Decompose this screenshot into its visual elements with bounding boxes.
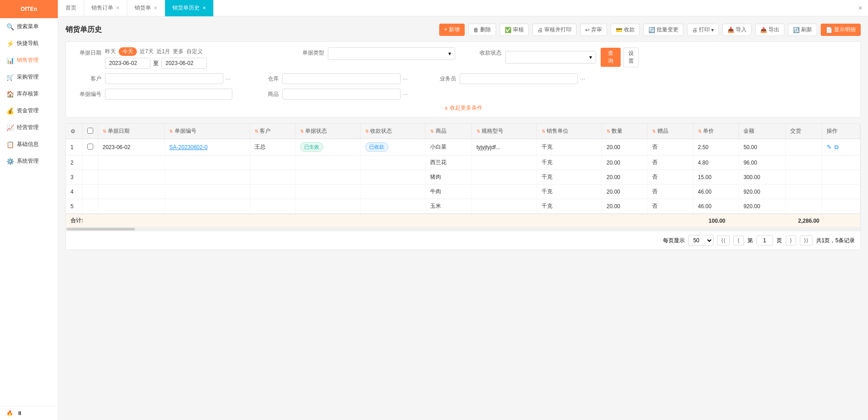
copy-icon[interactable]: ⧉ [834,144,838,151]
next-page-button[interactable]: ⟩ [786,235,796,245]
audit-print-button[interactable]: 🖨 审核并打印 [532,24,577,36]
row-checkbox-input[interactable] [87,144,93,150]
col-spec[interactable]: ⇅ 规格型号 [472,124,537,139]
doc-type-select[interactable]: ▾ [328,47,455,60]
salesperson-ellipsis[interactable]: ··· [578,75,587,82]
show-detail-button[interactable]: 📄 显示明细 [821,24,861,36]
sidebar-item-search-menu[interactable]: 🔍 搜索菜单 [0,18,58,35]
row-action [822,199,860,214]
edit-icon[interactable]: ✎ [827,144,832,151]
col-sales-unit[interactable]: ⇅ 销售单位 [537,124,602,139]
tab-close-icon[interactable]: ✕ [154,5,157,10]
row-payment-status [361,155,426,170]
sidebar-item-finance-mgmt[interactable]: 💰 资金管理 [0,102,58,119]
col-checkbox [82,124,98,139]
row-action [822,185,860,199]
col-doc-status[interactable]: ⇅ 单据状态 [295,124,360,139]
salesperson-input[interactable] [460,73,578,84]
sales-icon: 📊 [6,57,14,64]
last-page-button[interactable]: ⟩⟩ [800,235,813,245]
sidebar-item-system-mgmt[interactable]: ⚙️ 系统管理 [0,153,58,170]
export-button[interactable]: 📤 导出 [755,24,784,36]
doc-no-input[interactable] [105,89,232,100]
shortcut-7days[interactable]: 近7天 [140,48,154,55]
tab-home[interactable]: 首页 [58,0,84,16]
warehouse-input[interactable] [282,73,401,84]
col-qty[interactable]: ⇅ 数量 [602,124,647,139]
row-amount: 50.00 [739,139,786,155]
sidebar-item-quick-nav[interactable]: ⚡ 快捷导航 [0,35,58,52]
warehouse-ellipsis[interactable]: ··· [401,75,410,82]
print-button[interactable]: 🖨 打印 ▾ [687,24,719,36]
row-doc-no [165,199,250,214]
customer-ellipsis[interactable]: ··· [223,75,232,82]
select-all-checkbox[interactable] [87,128,93,134]
import-button[interactable]: 📥 导入 [722,24,752,36]
per-page-select[interactable]: 50 100 200 [688,235,713,246]
shortcut-today[interactable]: 今天 [119,47,137,56]
col-doc-date[interactable]: ⇅ 单据日期 [98,124,165,139]
shortcut-custom[interactable]: 自定义 [186,48,203,55]
row-unit-price: 15.00 [693,170,738,185]
customer-input[interactable] [105,73,223,84]
doc-no-control [105,89,232,100]
row-checkbox [82,170,98,185]
doc-no-link[interactable]: SA-20230602-0 [169,144,207,150]
pause-icon[interactable]: ⏸ [17,410,22,416]
col-unit-price[interactable]: ⇅ 单价 [693,124,738,139]
sidebar-item-operation-mgmt[interactable]: 📈 经营管理 [0,119,58,136]
col-doc-no[interactable]: ⇅ 单据编号 [165,124,250,139]
batch-change-button[interactable]: 🔄 批量变更 [643,24,683,36]
col-goods[interactable]: ⇅ 商品 [426,124,472,139]
abandon-button[interactable]: ↩ 弃审 [580,24,607,36]
tab-sales-history[interactable]: 销货单历史 ✕ [165,0,214,16]
table-row: 3 猪肉 千克 20.00 否 15.00 300.00 [66,170,860,185]
tab-sales-order[interactable]: 销售订单 ✕ [84,0,127,16]
sidebar-item-label: 基础信息 [17,140,39,148]
row-customer: 王总 [250,139,295,155]
goods-ellipsis[interactable]: ··· [401,90,410,98]
settings-button[interactable]: 设置 [623,47,639,67]
payment-status-badge: 已收款 [365,142,388,152]
table-row: 2 西兰花 千克 20.00 否 4.80 96.00 [66,155,860,170]
per-page-label: 每页显示 [663,237,685,245]
col-gift[interactable]: ⇅ 赠品 [647,124,693,139]
horizontal-scrollbar[interactable] [66,227,860,231]
summary-total-qty: 100.00 [709,218,726,224]
delete-button[interactable]: 🗑 删除 [468,24,496,36]
refresh-button[interactable]: 🔃 刷新 [788,24,817,36]
collect-button[interactable]: 💳 收款 [611,24,640,36]
fire-icon[interactable]: 🔥 [6,410,13,416]
sidebar-item-basic-info[interactable]: 📋 基础信息 [0,136,58,153]
shortcut-yesterday[interactable]: 昨天 [105,48,116,55]
row-transaction [786,155,822,170]
sidebar-item-inventory-calc[interactable]: 🏠 库存核算 [0,85,58,102]
tab-sales-delivery[interactable]: 销货单 ✕ [127,0,165,16]
goods-input[interactable] [282,89,401,100]
query-button[interactable]: 查询 [601,48,621,67]
col-payment-status[interactable]: ⇅ 收款状态 [361,124,426,139]
shortcut-more[interactable]: 更多 [173,48,184,55]
audit-button[interactable]: ✅ 审核 [500,24,529,36]
close-all-tabs[interactable]: ✕ [853,5,868,11]
row-transaction [786,170,822,185]
tab-close-icon[interactable]: ✕ [116,5,120,10]
date-from-input[interactable] [105,58,151,69]
tab-close-icon[interactable]: ✕ [202,5,206,10]
sidebar-item-label: 搜索菜单 [17,23,39,30]
shortcut-1month[interactable]: 近1月 [156,48,171,55]
payment-status-select[interactable]: ▾ [505,51,596,64]
col-customer[interactable]: ⇅ 客户 [250,124,295,139]
sidebar-item-sales-mgmt[interactable]: 📊 销售管理 [0,52,58,69]
payment-status-control: ▾ 查询 设置 [505,47,632,67]
collapse-button[interactable]: ∧ 收起更多条件 [444,104,482,112]
operation-icon: 📈 [6,124,14,131]
sidebar-item-purchase-mgmt[interactable]: 🛒 采购管理 [0,69,58,85]
col-settings[interactable]: ⚙ [66,124,82,139]
prev-page-button[interactable]: ⟨ [733,235,744,245]
first-page-button[interactable]: ⟨⟨ [717,235,730,245]
new-button[interactable]: + 新增 [439,24,465,36]
date-to-input[interactable] [161,58,207,69]
current-page-input[interactable] [757,235,773,245]
sort-icon: ⇅ [477,129,480,134]
